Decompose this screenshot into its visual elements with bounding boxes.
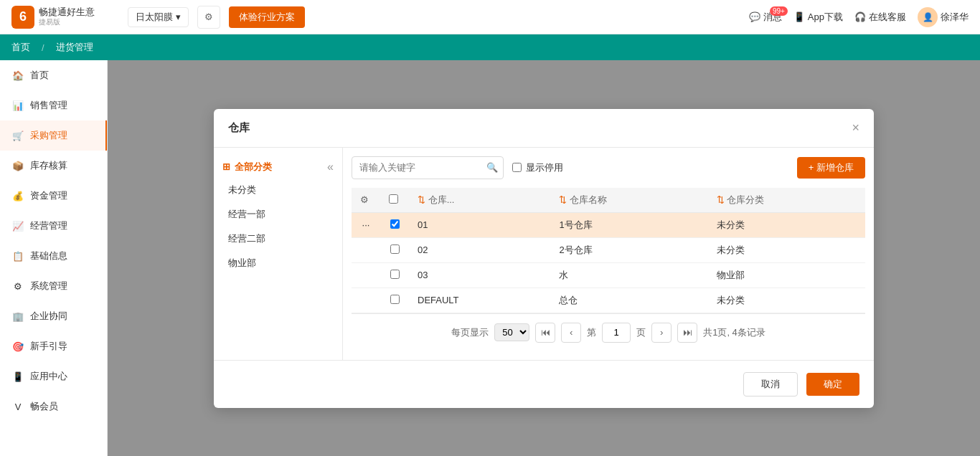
dropdown-icon: ▾ <box>176 11 181 22</box>
category-header: ⊞ 全部分类 « <box>214 156 342 178</box>
logo-icon: 6 <box>11 6 34 29</box>
table-row[interactable]: ··· 01 1号仓库 未分类 <box>352 212 865 237</box>
username: 徐泽华 <box>941 11 969 24</box>
message-icon: 💬 <box>749 11 760 22</box>
table-row[interactable]: 02 2号仓库 未分类 <box>352 237 865 262</box>
trial-button[interactable]: 体验行业方案 <box>229 6 305 28</box>
sidebar-label-guide: 新手引导 <box>30 340 67 353</box>
table-header-row: ⚙ ⇅ 仓库... ⇅ 仓库名称 <box>352 188 865 213</box>
next-page-btn[interactable]: › <box>651 323 672 343</box>
modal-close-button[interactable]: × <box>852 120 859 136</box>
sidebar-label-home: 首页 <box>30 69 49 82</box>
store-selector[interactable]: 日太阳膜 ▾ <box>128 7 189 27</box>
sidebar-icon-system: ⚙ <box>11 280 24 293</box>
online-service-btn[interactable]: 🎧 在线客服 <box>854 11 906 24</box>
sidebar-item-guide[interactable]: 🎯 新手引导 <box>0 331 107 361</box>
row-checkbox[interactable] <box>390 244 400 254</box>
collapse-btn[interactable]: « <box>327 161 334 174</box>
app-name: 畅捷通好生意 <box>39 6 95 18</box>
cancel-button[interactable]: 取消 <box>743 372 798 396</box>
category-item[interactable]: 经营二部 <box>214 227 342 251</box>
breadcrumb-home[interactable]: 首页 <box>11 41 30 54</box>
sidebar-icon-home: 🏠 <box>11 69 24 82</box>
mobile-icon: 📱 <box>793 11 805 22</box>
table-panel: 🔍 显示停用 + 新增仓库 <box>343 148 874 360</box>
table-body: ··· 01 1号仓库 未分类 02 2号仓库 未分类 <box>352 212 865 313</box>
settings-button[interactable]: ⚙ <box>197 6 220 29</box>
sidebar-item-inventory[interactable]: 📦 库存核算 <box>0 151 107 181</box>
row-checkbox[interactable] <box>390 219 400 229</box>
disabled-checkbox[interactable] <box>512 163 522 172</box>
row-checkbox[interactable] <box>390 270 400 279</box>
first-page-btn[interactable]: ⏮ <box>535 323 555 343</box>
modal-title: 仓库 <box>228 121 250 135</box>
modal-overlay: 仓库 × ⊞ 全部分类 « <box>108 60 980 456</box>
sidebar-label-sales: 销售管理 <box>30 99 67 112</box>
show-disabled-checkbox[interactable]: 显示停用 <box>512 161 563 174</box>
per-page-select[interactable]: 50 <box>494 323 529 341</box>
main-layout: 🏠 首页 📊 销售管理 🛒 采购管理 📦 库存核算 💰 资金管理 📈 经营管理 … <box>0 60 980 456</box>
sidebar-item-system[interactable]: ⚙ 系统管理 <box>0 271 107 301</box>
category-item[interactable]: 物业部 <box>214 251 342 275</box>
sidebar-label-apps: 应用中心 <box>30 370 67 383</box>
page-input[interactable] <box>602 323 631 343</box>
sidebar-icon-apps: 📱 <box>11 370 24 383</box>
gear-header-icon: ⚙ <box>360 194 369 205</box>
category-item[interactable]: 未分类 <box>214 178 342 202</box>
row-category: 未分类 <box>708 212 865 237</box>
sidebar-item-purchase[interactable]: 🛒 采购管理 <box>0 120 107 151</box>
table-row[interactable]: 03 水 物业部 <box>352 262 865 288</box>
modal-body: ⊞ 全部分类 « 未分类经营一部经营二部物业部 <box>214 148 874 360</box>
all-category-btn[interactable]: ⊞ 全部分类 <box>222 161 272 174</box>
sidebar-icon-sales: 📊 <box>11 99 24 112</box>
table-toolbar: 🔍 显示停用 + 新增仓库 <box>352 156 865 179</box>
sidebar-icon-guide: 🎯 <box>11 340 24 353</box>
pagination: 每页显示 50 ⏮ ‹ 第 页 › ⏭ 共1页, 4条记录 <box>352 313 865 351</box>
last-page-btn[interactable]: ⏭ <box>677 323 697 343</box>
avatar: 👤 <box>918 7 938 27</box>
sidebar-item-basic[interactable]: 📋 基础信息 <box>0 241 107 271</box>
breadcrumb-current: 进货管理 <box>56 41 93 54</box>
row-name: 水 <box>550 262 707 288</box>
gear-icon: ⚙ <box>204 11 213 22</box>
per-page-label: 每页显示 <box>451 326 489 339</box>
sidebar-label-operation: 经营管理 <box>30 219 67 232</box>
sidebar-item-operation[interactable]: 📈 经营管理 <box>0 211 107 241</box>
table-row[interactable]: DEFAULT 总仓 未分类 <box>352 288 865 313</box>
row-code: 03 <box>409 262 550 288</box>
row-actions <box>352 262 380 288</box>
row-checkbox[interactable] <box>390 295 400 304</box>
more-icon[interactable]: ··· <box>362 219 370 230</box>
confirm-button[interactable]: 确定 <box>806 373 859 396</box>
warehouse-table: ⚙ ⇅ 仓库... ⇅ 仓库名称 <box>352 188 865 313</box>
online-service-label: 在线客服 <box>869 11 906 24</box>
sidebar-item-sales[interactable]: 📊 销售管理 <box>0 90 107 120</box>
sidebar-item-finance[interactable]: 💰 资金管理 <box>0 181 107 211</box>
sidebar-label-member: 畅会员 <box>30 400 58 413</box>
app-sub: 捷易版 <box>39 17 95 27</box>
top-header: 6 畅捷通好生意 捷易版 日太阳膜 ▾ ⚙ 体验行业方案 💬 消息 99+ 📱 … <box>0 0 980 34</box>
category-item[interactable]: 经营一部 <box>214 202 342 227</box>
select-all-checkbox[interactable] <box>389 194 398 204</box>
message-badge: 99+ <box>770 6 788 16</box>
app-download-btn[interactable]: 📱 App下载 <box>793 11 843 24</box>
sidebar-icon-finance: 💰 <box>11 189 24 202</box>
prev-page-btn[interactable]: ‹ <box>561 323 581 343</box>
sidebar-item-enterprise[interactable]: 🏢 企业协同 <box>0 301 107 331</box>
message-btn[interactable]: 💬 消息 99+ <box>749 11 782 24</box>
sidebar-item-home[interactable]: 🏠 首页 <box>0 60 107 90</box>
search-input[interactable] <box>352 156 504 179</box>
sort-icon-code: ⇅ <box>418 194 425 205</box>
user-menu[interactable]: 👤 徐泽华 <box>918 7 969 27</box>
sidebar-item-member[interactable]: V 畅会员 <box>0 391 107 422</box>
th-code: ⇅ 仓库... <box>409 188 550 213</box>
avatar-icon: 👤 <box>923 12 933 22</box>
th-category: ⇅ 仓库分类 <box>708 188 865 213</box>
page-unit: 页 <box>636 326 646 339</box>
sidebar-icon-enterprise: 🏢 <box>11 310 24 323</box>
search-icon[interactable]: 🔍 <box>486 162 498 173</box>
row-name: 2号仓库 <box>550 237 707 262</box>
th-gear: ⚙ <box>352 188 380 213</box>
sidebar-item-apps[interactable]: 📱 应用中心 <box>0 361 107 391</box>
new-warehouse-button[interactable]: + 新增仓库 <box>797 157 865 179</box>
